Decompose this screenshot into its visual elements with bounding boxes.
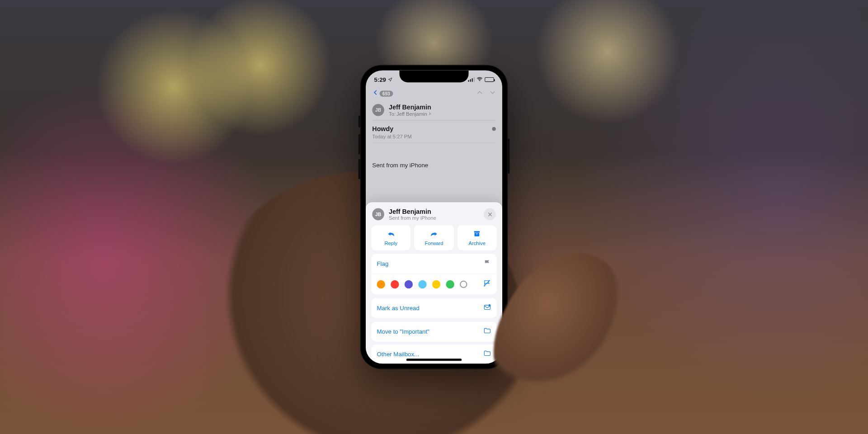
flag-color-swatch[interactable] [405,280,413,288]
primary-actions: Reply Forward Archive [366,225,502,250]
home-indicator[interactable] [406,359,462,361]
flag-color-none[interactable] [460,281,467,288]
volume-down-button [359,159,360,179]
side-button [508,139,509,174]
flag-swatches [377,280,467,288]
archive-icon [472,230,481,240]
flag-color-swatch[interactable] [418,280,426,288]
forward-button[interactable]: Forward [414,225,453,250]
sheet-header: JB Jeff Benjamin Sent from my iPhone [366,202,502,225]
folder-icon [483,327,491,336]
iphone-frame: 5:29 693 [360,65,508,369]
flag-row[interactable]: Flag [371,254,496,274]
volume-up-button [359,134,360,154]
svg-point-5 [489,304,491,306]
envelope-dot-icon [483,303,491,313]
forward-icon [429,230,439,240]
other-mailbox-label: Other Mailbox... [377,351,420,358]
sheet-avatar: JB [372,208,384,221]
svg-rect-1 [474,231,480,232]
sheet-preview: Sent from my iPhone [389,215,436,221]
mark-unread-row[interactable]: Mark as Unread [371,298,496,318]
flag-colors-row [371,274,496,294]
reply-button[interactable]: Reply [371,225,410,250]
flag-color-swatch[interactable] [432,280,440,288]
folder-icon [483,349,491,359]
flag-color-swatch[interactable] [377,280,385,288]
unflag-button[interactable] [483,279,491,289]
flag-color-swatch[interactable] [446,280,454,288]
flag-color-swatch[interactable] [391,280,399,288]
move-important-row[interactable]: Move to "Important" [371,322,496,342]
archive-button[interactable]: Archive [458,225,497,250]
sheet-title: Jeff Benjamin [389,208,436,215]
mute-switch [359,116,360,128]
forward-label: Forward [425,241,443,246]
notch [400,71,469,83]
reply-icon [387,230,396,240]
svg-rect-2 [476,234,478,235]
mark-unread-label: Mark as Unread [377,305,420,311]
move-important-label: Move to "Important" [377,328,429,335]
action-sheet: JB Jeff Benjamin Sent from my iPhone Rep… [366,202,502,363]
close-icon [487,212,492,217]
close-button[interactable] [484,208,496,221]
screen: 5:29 693 [366,71,502,364]
flag-group: Flag [371,254,496,295]
archive-label: Archive [468,241,485,246]
flag-label: Flag [377,260,389,267]
flag-icon [483,259,491,269]
reply-label: Reply [384,241,397,246]
